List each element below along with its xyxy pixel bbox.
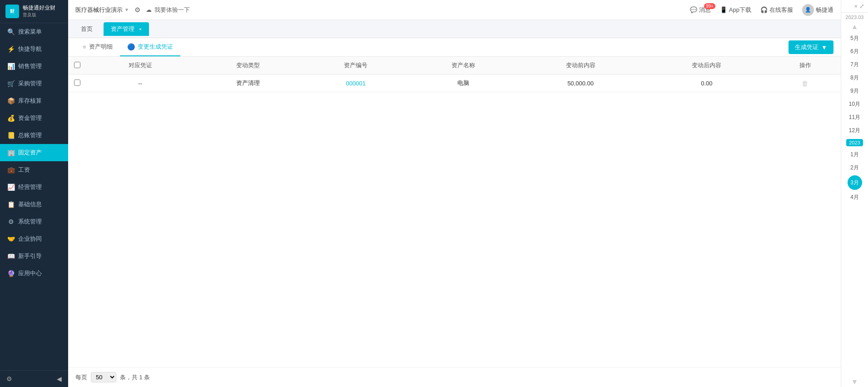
sidebar-item-quick-nav[interactable]: ⚡快捷导航 — [0, 40, 68, 58]
asset-detail-label: 资产明细 — [89, 43, 113, 51]
experience-label: 我要体验一下 — [154, 6, 190, 14]
search-menu-icon: 🔍 — [7, 28, 15, 35]
sub-tab-change-voucher[interactable]: 🔵 变更生成凭证 — [120, 38, 180, 56]
sidebar-footer: ⚙ ◀ — [0, 370, 68, 387]
sub-tabs: ≡ 资产明细 🔵 变更生成凭证 — [68, 38, 188, 56]
sidebar-item-operations[interactable]: 📈经营管理 — [0, 179, 68, 196]
month-7[interactable]: 7月 — [841, 58, 868, 71]
table-row: -- 资产清理 000001 电脑 50,000.00 0.00 🗑 — [68, 74, 841, 92]
sidebar-item-payroll[interactable]: 💼工资 — [0, 161, 68, 179]
sidebar-item-label: 基础信息 — [18, 200, 42, 208]
sidebar-item-funds[interactable]: 💰资金管理 — [0, 109, 68, 127]
month-1[interactable]: 1月 — [841, 148, 868, 161]
sidebar-item-label: 系统管理 — [18, 218, 42, 226]
th-asset-code: 资产编号 — [302, 57, 410, 74]
message-badge: 99+ — [704, 3, 715, 9]
per-page-select[interactable]: 50 10 20 100 — [91, 372, 116, 382]
sidebar-item-fixed-assets[interactable]: 🏢固定资产 — [0, 144, 68, 161]
generate-dropdown-icon: ▼ — [821, 44, 827, 51]
sidebar-item-system[interactable]: ⚙系统管理 — [0, 213, 68, 230]
page-content: ≡ 资产明细 🔵 变更生成凭证 生成凭证 ▼ — [68, 38, 841, 387]
online-service-label: 在线客服 — [769, 6, 793, 14]
delete-icon[interactable]: 🗑 — [802, 79, 808, 87]
panel-expand-icon[interactable]: ⤢ — [859, 3, 864, 10]
month-3-active[interactable]: 3月 — [848, 175, 862, 190]
experience-btn[interactable]: ☁ 我要体验一下 — [146, 6, 190, 14]
month-6[interactable]: 6月 — [841, 45, 868, 58]
month-8[interactable]: 8月 — [841, 71, 868, 84]
th-asset-name: 资产名称 — [410, 57, 517, 74]
year-2023-badge: 2023 — [846, 139, 863, 146]
month-11[interactable]: 11月 — [841, 111, 868, 124]
month-5[interactable]: 5月 — [841, 32, 868, 45]
sidebar-nav: 🔍搜索菜单⚡快捷导航📊销售管理🛒采购管理📦库存核算💰资金管理📒总账管理🏢固定资产… — [0, 23, 68, 370]
change-voucher-icon: 🔵 — [127, 43, 135, 50]
sidebar-item-app-center[interactable]: 🔮应用中心 — [0, 265, 68, 282]
per-page-prefix: 每页 — [75, 373, 87, 382]
table-body: -- 资产清理 000001 电脑 50,000.00 0.00 🗑 — [68, 74, 841, 92]
sub-tab-asset-detail[interactable]: ≡ 资产明细 — [75, 38, 120, 56]
tab-home[interactable]: 首页 — [74, 22, 100, 36]
sidebar-item-sales[interactable]: 📊销售管理 — [0, 58, 68, 75]
th-checkbox — [68, 57, 86, 74]
month-4[interactable]: 4月 — [841, 191, 868, 204]
row-action: 🗑 — [770, 74, 841, 92]
sidebar-item-label: 采购管理 — [18, 79, 42, 88]
collapse-icon[interactable]: ◀ — [57, 375, 62, 382]
tabbar: 首页 资产管理 × — [68, 20, 841, 38]
sidebar-item-guide[interactable]: 📖新手引导 — [0, 248, 68, 265]
calendar-list: 5月 6月 7月 8月 9月 10月 11月 12月 2023 1月 2月 3月… — [841, 32, 868, 377]
row-before-change: 50,000.00 — [517, 74, 644, 92]
month-9[interactable]: 9月 — [841, 84, 868, 98]
funds-icon: 💰 — [7, 114, 15, 122]
sidebar-item-inventory[interactable]: 📦库存核算 — [0, 92, 68, 109]
settings-icon[interactable]: ⚙ — [134, 6, 140, 14]
message-btn[interactable]: 💬 消息 99+ — [690, 6, 711, 14]
sidebar-item-search-menu[interactable]: 🔍搜索菜单 — [0, 23, 68, 40]
sidebar-item-label: 经营管理 — [18, 183, 42, 191]
company-selector[interactable]: 医疗器械行业演示 ▼ — [75, 6, 129, 14]
calendar-up-arrow[interactable]: ▲ — [851, 22, 858, 32]
sidebar-item-ledger[interactable]: 📒总账管理 — [0, 127, 68, 144]
select-all-checkbox[interactable] — [74, 62, 80, 68]
tab-active-label: 资产管理 — [111, 25, 134, 32]
tab-asset-management[interactable]: 资产管理 × — [104, 22, 149, 36]
user-name: 畅捷通 — [816, 6, 833, 14]
asset-table: 对应凭证 变动类型 资产编号 资产名称 变动前内容 变动后内容 操作 — [68, 57, 841, 92]
sidebar-item-label: 企业协同 — [18, 235, 42, 243]
generate-voucher-label: 生成凭证 — [795, 43, 818, 51]
month-2[interactable]: 2月 — [841, 161, 868, 174]
quick-nav-icon: ⚡ — [7, 45, 15, 53]
sidebar-item-purchase[interactable]: 🛒采购管理 — [0, 75, 68, 92]
sidebar-item-label: 应用中心 — [18, 269, 42, 278]
online-service-btn[interactable]: 🎧 在线客服 — [760, 6, 793, 14]
operations-icon: 📈 — [7, 184, 15, 191]
settings-icon[interactable]: ⚙ — [6, 375, 12, 382]
month-12[interactable]: 12月 — [841, 124, 868, 137]
calendar-down-arrow[interactable]: ▼ — [851, 377, 858, 387]
sidebar-item-label: 快捷导航 — [18, 45, 42, 53]
user-menu[interactable]: 👤 畅捷通 — [802, 4, 833, 16]
fixed-assets-icon: 🏢 — [7, 149, 15, 156]
tab-close-icon[interactable]: × — [139, 26, 142, 32]
download-icon: 📱 — [720, 6, 727, 13]
main-content: 医疗器械行业演示 ▼ ⚙ ☁ 我要体验一下 💬 消息 99+ 📱 App下载 🎧… — [68, 0, 841, 387]
sidebar-item-corp-collab[interactable]: 🤝企业协同 — [0, 230, 68, 248]
guide-icon: 📖 — [7, 253, 15, 260]
panel-close-icon[interactable]: × — [854, 3, 858, 10]
sidebar-item-basic-info[interactable]: 📋基础信息 — [0, 196, 68, 213]
generate-voucher-button[interactable]: 生成凭证 ▼ — [789, 40, 833, 54]
headset-icon: 🎧 — [760, 6, 768, 13]
app-download-btn[interactable]: 📱 App下载 — [720, 6, 751, 14]
row-checkbox[interactable] — [74, 79, 80, 86]
sidebar: 财 畅捷通好业财 普及版 🔍搜索菜单⚡快捷导航📊销售管理🛒采购管理📦库存核算💰资… — [0, 0, 68, 387]
sidebar-item-label: 固定资产 — [18, 149, 42, 157]
month-10[interactable]: 10月 — [841, 98, 868, 111]
corp-collab-icon: 🤝 — [7, 235, 15, 243]
total-label: 条，共 1 条 — [120, 373, 150, 382]
right-panel: × ⤢ 2023.03 ▲ 5月 6月 7月 8月 9月 10月 11月 12月… — [841, 0, 868, 387]
row-asset-code: 000001 — [302, 74, 410, 92]
asset-detail-icon: ≡ — [83, 44, 86, 50]
logo-text: 畅捷通好业财 — [23, 5, 55, 12]
sidebar-item-label: 搜索菜单 — [18, 28, 42, 36]
